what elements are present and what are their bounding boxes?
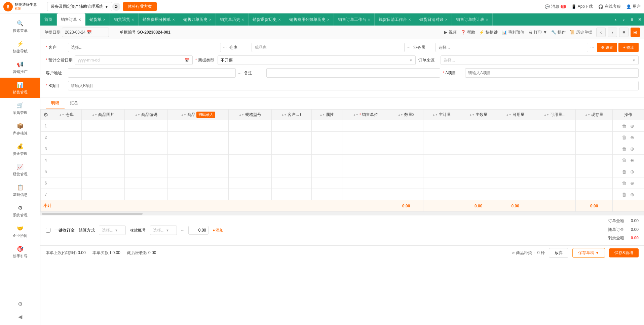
- sort-qty2-icon[interactable]: ▲▼: [398, 114, 403, 116]
- cell-image-2[interactable]: [82, 132, 125, 143]
- settlement-select[interactable]: 选择... ▼: [99, 226, 126, 235]
- card-view-btn[interactable]: ⊞: [631, 28, 640, 37]
- cell-main-unit-3[interactable]: [423, 143, 460, 155]
- sidebar-item-basic[interactable]: 📋 基础信息: [0, 180, 40, 201]
- cell-spec-4[interactable]: [229, 155, 272, 166]
- notification-item[interactable]: 💬 消息 9: [545, 4, 566, 9]
- cell-goods-7[interactable]: [167, 189, 228, 200]
- scan-input-btn[interactable]: 扫码录入: [196, 112, 215, 118]
- close-invoice-history-icon[interactable]: ✕: [241, 18, 244, 22]
- view-btn[interactable]: ▶ 视频: [444, 30, 457, 35]
- cell-qty2-1[interactable]: [389, 120, 423, 132]
- settings-icon[interactable]: ⚙: [112, 3, 120, 11]
- cell-unit-3[interactable]: [342, 143, 389, 155]
- close-workbench-icon[interactable]: ✕: [368, 18, 370, 22]
- cell-main-qty-6[interactable]: [460, 177, 497, 189]
- payment-amount-input[interactable]: [188, 226, 209, 235]
- sidebar-item-inventory[interactable]: 📦 库存核算: [0, 119, 40, 139]
- sidebar-item-finance[interactable]: 💰 资金管理: [0, 139, 40, 160]
- cell-main-qty-7[interactable]: [460, 189, 497, 200]
- cell-spec-6[interactable]: [229, 177, 272, 189]
- cell-main-qty-5[interactable]: [460, 166, 497, 177]
- delete-row-6-btn[interactable]: 🗑: [621, 180, 628, 187]
- copy-row-6-btn[interactable]: ⊕: [629, 180, 636, 187]
- cell-main-unit-6[interactable]: [423, 177, 460, 189]
- cell-image-3[interactable]: [82, 143, 125, 155]
- tab-stats[interactable]: 销售订单统计表 ✕: [452, 13, 493, 26]
- cell-cust-code-3[interactable]: [271, 143, 311, 155]
- sort-stock-icon[interactable]: ▲▼: [585, 114, 590, 116]
- address-input[interactable]: [68, 68, 236, 78]
- close-order-history-icon[interactable]: ✕: [209, 18, 212, 22]
- customer-more-dots[interactable]: ···: [223, 45, 227, 50]
- sort-attribute-icon[interactable]: ▲▼: [319, 114, 325, 116]
- cell-stock-7[interactable]: [576, 189, 613, 200]
- sidebar-item-marketing[interactable]: 📢 营销推广: [0, 57, 40, 78]
- cell-available2-1[interactable]: [534, 120, 576, 132]
- cell-available2-2[interactable]: [534, 132, 576, 143]
- bottom-settings-icon[interactable]: ⚙: [15, 299, 25, 309]
- sort-available-icon[interactable]: ▲▼: [506, 114, 512, 116]
- sidebar-item-sales[interactable]: 📊 销售管理: [0, 78, 40, 98]
- sidebar-item-system[interactable]: ⚙ 系统管理: [0, 201, 40, 221]
- cell-cust-code-4[interactable]: [271, 155, 311, 166]
- sidebar-item-guide[interactable]: 🎯 新手引导: [0, 242, 40, 262]
- system-selector[interactable]: 装备及固定资产辅助管理系统 ▼: [47, 2, 112, 11]
- cell-stock-3[interactable]: [576, 143, 613, 155]
- cell-attribute-1[interactable]: [311, 120, 342, 132]
- copy-row-2-btn[interactable]: ⊕: [629, 134, 636, 141]
- b-project-input[interactable]: [68, 81, 639, 90]
- cell-unit-6[interactable]: [342, 177, 389, 189]
- cell-warehouse-4[interactable]: [51, 155, 82, 166]
- copy-row-7-btn[interactable]: ⊕: [629, 191, 636, 198]
- copy-row-4-btn[interactable]: ⊕: [629, 157, 636, 164]
- horizontal-scrollbar[interactable]: [40, 212, 644, 215]
- sidebar-item-nav[interactable]: ⚡ 快捷导航: [0, 37, 40, 57]
- cell-unit-7[interactable]: [342, 189, 389, 200]
- cell-available2-5[interactable]: [534, 166, 576, 177]
- sort-available2-icon[interactable]: ▲▼: [544, 114, 549, 116]
- sort-main-qty-icon[interactable]: ▲▼: [469, 114, 475, 116]
- customer-input[interactable]: [68, 43, 221, 52]
- cell-qty2-6[interactable]: [389, 177, 423, 189]
- sort-spec-icon[interactable]: ▲▼: [239, 114, 244, 116]
- settings-btn[interactable]: ⚙ 设置: [597, 43, 617, 52]
- cell-image-6[interactable]: [82, 177, 125, 189]
- more-payment-dots[interactable]: ···: [181, 228, 184, 233]
- add-payment-btn[interactable]: ● 添加: [213, 228, 224, 233]
- tab-return-history[interactable]: 销货退货历史 ✕: [249, 13, 285, 26]
- cell-main-unit-4[interactable]: [423, 155, 460, 166]
- cell-code-2[interactable]: [125, 132, 168, 143]
- cell-attribute-5[interactable]: [311, 166, 342, 177]
- cell-available-5[interactable]: [497, 166, 534, 177]
- scroll-thumb[interactable]: [42, 213, 143, 215]
- cell-qty2-2[interactable]: [389, 132, 423, 143]
- tab-next-btn[interactable]: ›: [620, 13, 628, 26]
- delete-row-1-btn[interactable]: 🗑: [621, 123, 628, 129]
- cell-main-qty-3[interactable]: [460, 143, 497, 155]
- staff-more-dots[interactable]: ···: [590, 45, 594, 50]
- close-expense-split-icon[interactable]: ✕: [172, 18, 175, 22]
- tab-summary[interactable]: 汇总: [65, 97, 83, 109]
- tab-close-all-btn[interactable]: ✕: [636, 13, 644, 26]
- cell-code-7[interactable]: [125, 189, 168, 200]
- close-daily-workbench-icon[interactable]: ✕: [408, 18, 411, 22]
- sidebar-item-operations[interactable]: 📈 经营管理: [0, 160, 40, 180]
- collapse-icon[interactable]: ◀: [15, 312, 25, 322]
- shortcut-btn[interactable]: ⚡ 快捷键: [479, 30, 498, 35]
- tab-sales-order[interactable]: 销售订单 ✕: [57, 13, 85, 26]
- cell-available-4[interactable]: [497, 155, 534, 166]
- cell-cust-code-5[interactable]: [271, 166, 311, 177]
- cell-goods-6[interactable]: [167, 177, 228, 189]
- tab-sales-invoice[interactable]: 销货单 ✕: [85, 13, 110, 26]
- address-more-dots[interactable]: ···: [238, 70, 242, 76]
- cell-main-unit-1[interactable]: [423, 120, 460, 132]
- cell-spec-5[interactable]: [229, 166, 272, 177]
- cell-warehouse-3[interactable]: [51, 143, 82, 155]
- list-view-btn[interactable]: ≡: [619, 28, 629, 37]
- cell-stock-2[interactable]: [576, 132, 613, 143]
- cell-goods-5[interactable]: [167, 166, 228, 177]
- cell-available2-6[interactable]: [534, 177, 576, 189]
- add-goods-btn[interactable]: + 物流: [618, 43, 639, 52]
- cell-available-3[interactable]: [497, 143, 534, 155]
